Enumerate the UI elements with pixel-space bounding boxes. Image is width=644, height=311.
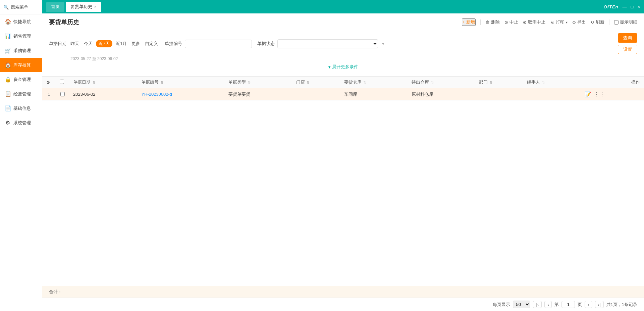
stop-icon: ⊘ — [504, 20, 508, 25]
sidebar-item-label: 基础信息 — [13, 105, 31, 112]
tab-active-label: 要货单历史 — [70, 4, 92, 10]
sort-icon: ⇅ — [542, 81, 545, 84]
row-handler-cell — [523, 88, 581, 100]
sidebar-item-purchase[interactable]: 🛒 采购管理 — [0, 43, 42, 58]
col-req-warehouse-header[interactable]: 要货仓库 ⇅ — [340, 77, 408, 88]
doc-icon: 📄 — [5, 105, 11, 112]
next-page-button[interactable]: › — [585, 301, 592, 308]
col-store-header[interactable]: 门店 ⇅ — [292, 77, 340, 88]
select-all-checkbox[interactable] — [60, 80, 64, 84]
col-settings-header[interactable]: ⚙ — [42, 77, 56, 88]
date-7days[interactable]: 近7天 — [96, 40, 112, 47]
sort-icon: ⇅ — [490, 81, 492, 84]
first-page-button[interactable]: |‹ — [533, 301, 542, 308]
sidebar: 🔍 搜索菜单 🏠 快捷导航 📊 销售管理 🛒 采购管理 🏠 库存核算 🔒 资金管… — [0, 0, 42, 311]
col-pending-warehouse-label: 待出仓库 — [412, 80, 429, 85]
separator — [480, 19, 481, 25]
expand-more-btn[interactable]: ▾ 展开更多条件 — [49, 62, 637, 72]
minimize-button[interactable]: — — [623, 4, 627, 9]
status-select[interactable] — [277, 39, 378, 48]
print-icon: 🖨 — [550, 20, 554, 25]
col-docno-header[interactable]: 单据编号 ⇅ — [137, 77, 224, 88]
row-checkbox-cell[interactable] — [56, 88, 69, 100]
sort-icon: ⇅ — [363, 81, 366, 84]
sidebar-item-basic-info[interactable]: 📄 基础信息 — [0, 101, 42, 116]
date-today[interactable]: 今天 — [83, 40, 94, 47]
settings-button[interactable]: 设置 — [618, 45, 637, 54]
col-pending-warehouse-header[interactable]: 待出仓库 ⇅ — [408, 77, 475, 88]
chart-icon: 📊 — [5, 33, 11, 39]
sidebar-item-label: 采购管理 — [13, 48, 31, 54]
filter-area: 单据日期 昨天 今天 近7天 近1月 更多 自定义 单据编号 — [42, 29, 644, 76]
row-date-cell: 2023-06-02 — [69, 88, 137, 100]
col-handler-header[interactable]: 经手人 ⇅ — [523, 77, 581, 88]
tab-active[interactable]: 要货单历史 × — [66, 2, 101, 12]
query-button[interactable]: 查询 — [618, 33, 637, 43]
add-button[interactable]: + 新增 — [462, 18, 476, 26]
col-dept-header[interactable]: 部门 ⇅ — [475, 77, 523, 88]
table-footer: 合计： — [42, 286, 644, 298]
stop-button[interactable]: ⊘ 中止 — [504, 19, 518, 25]
brand-label: OfTEn — [604, 4, 619, 9]
sort-icon: ⇅ — [161, 81, 163, 84]
sidebar-item-system[interactable]: ⚙ 系统管理 — [0, 116, 42, 130]
print-button[interactable]: 🖨 打印 ▾ — [550, 19, 568, 25]
page-label-before: 第 — [554, 302, 559, 308]
col-date-header[interactable]: 单据日期 ⇅ — [69, 77, 137, 88]
row-store-cell — [292, 88, 340, 100]
home-icon: 🏠 — [5, 18, 11, 25]
sidebar-item-inventory[interactable]: 🏠 库存核算 — [0, 58, 42, 72]
date-more[interactable]: 更多 — [130, 40, 142, 47]
topbar: 首页 要货单历史 × OfTEn — □ × — [42, 0, 644, 13]
sidebar-item-finance[interactable]: 🔒 资金管理 — [0, 72, 42, 87]
doc-no-link[interactable]: YH-20230602-d — [141, 92, 172, 97]
date-yesterday[interactable]: 昨天 — [69, 40, 80, 47]
summary-label: 合计： — [49, 289, 62, 295]
page-input[interactable] — [561, 301, 575, 308]
date-1month[interactable]: 近1月 — [114, 40, 128, 47]
row-more-icon[interactable]: ⋮⋮ — [594, 91, 605, 97]
sidebar-item-sales[interactable]: 📊 销售管理 — [0, 29, 42, 43]
per-page-select[interactable]: 50 100 200 — [513, 301, 530, 308]
col-handler-label: 经手人 — [527, 80, 540, 85]
col-checkbox-header[interactable] — [56, 77, 69, 88]
status-dropdown-icon: ▾ — [382, 41, 384, 46]
display-detail-toggle[interactable]: 显示明细 — [614, 19, 637, 25]
settings-gear[interactable]: ⚙ — [46, 80, 50, 85]
maximize-button[interactable]: □ — [631, 4, 634, 9]
doc-no-input[interactable] — [185, 40, 252, 48]
sidebar-item-label: 库存核算 — [13, 62, 31, 68]
table-area: ⚙ 单据日期 ⇅ 单据编号 ⇅ — [42, 76, 644, 286]
sidebar-item-quick-nav[interactable]: 🏠 快捷导航 — [0, 14, 42, 29]
main-area: 首页 要货单历史 × OfTEn — □ × 要货单历史 + 新增 🗑 删除 — [42, 0, 644, 311]
date-range-row: 2023-05-27 至 2023-06-02 — [49, 55, 637, 62]
date-range-value: 2023-05-27 至 2023-06-02 — [70, 56, 118, 62]
prev-page-button[interactable]: ‹ — [544, 301, 552, 308]
col-doctype-header[interactable]: 单据类型 ⇅ — [224, 77, 292, 88]
delete-button[interactable]: 🗑 删除 — [485, 19, 500, 25]
refresh-button[interactable]: ↻ 刷新 — [591, 19, 604, 25]
col-docno-label: 单据编号 — [141, 80, 159, 85]
per-page-label: 每页显示 — [493, 302, 510, 308]
date-custom[interactable]: 自定义 — [144, 40, 159, 47]
gear-icon: ⚙ — [5, 120, 11, 126]
export-button[interactable]: ⊙ 导出 — [572, 19, 586, 25]
sidebar-item-operation[interactable]: 📋 经营管理 — [0, 87, 42, 101]
print-dropdown-icon: ▾ — [566, 20, 568, 24]
sort-icon: ⇅ — [431, 81, 434, 84]
last-page-button[interactable]: ›| — [595, 301, 604, 308]
sidebar-search[interactable]: 🔍 搜索菜单 — [0, 0, 42, 14]
sidebar-item-label: 系统管理 — [13, 120, 31, 126]
sidebar-item-label: 销售管理 — [13, 33, 31, 39]
row-ops-cell: 📝 ⋮⋮ — [581, 88, 644, 100]
close-icon[interactable]: × — [94, 5, 96, 9]
row-docno-cell[interactable]: YH-20230602-d — [137, 88, 224, 100]
row-doctype-cell: 要货单要货 — [224, 88, 292, 100]
row-edit-icon[interactable]: 📝 — [585, 91, 591, 97]
page-title: 要货单历史 — [49, 18, 79, 26]
row-checkbox[interactable] — [60, 92, 65, 96]
tab-home[interactable]: 首页 — [46, 2, 64, 12]
display-detail-checkbox[interactable] — [614, 20, 619, 25]
cancel-stop-button[interactable]: ⊗ 取消中止 — [523, 19, 545, 25]
window-close-button[interactable]: × — [637, 4, 640, 9]
